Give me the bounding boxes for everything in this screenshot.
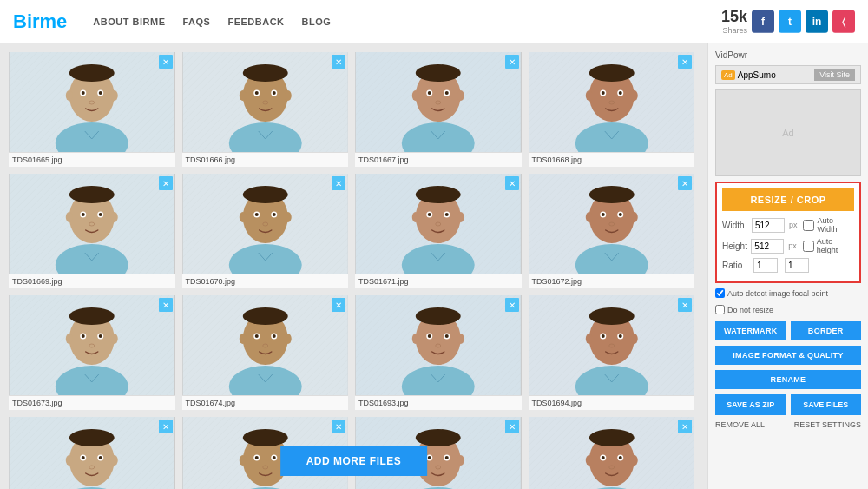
rename-button[interactable]: RENAME [715,370,861,389]
logo[interactable]: Birme [13,10,67,33]
remove-image-button[interactable]: ✕ [505,55,519,69]
svg-point-59 [608,101,614,104]
svg-point-6 [69,64,115,82]
ad-badge: Ad [721,70,735,80]
remove-image-button[interactable]: ✕ [678,298,692,312]
add-files-button[interactable]: ADD MORE FILES [280,446,428,476]
image-card[interactable]: ✕ [529,52,695,167]
no-resize-checkbox[interactable] [715,305,725,314]
image-area[interactable]: ✕ [0,43,707,489]
svg-point-26 [272,91,275,95]
height-input[interactable] [751,239,784,254]
svg-point-122 [618,213,621,216]
remove-image-button[interactable]: ✕ [332,176,345,190]
image-card[interactable]: ✕ [182,52,349,167]
svg-point-172 [412,334,419,344]
general-share-button[interactable]: 〈 [832,10,855,32]
svg-point-202 [99,456,102,459]
svg-point-170 [445,334,449,338]
svg-point-27 [262,101,267,104]
save-files-button[interactable]: SAVE FILES [791,394,862,415]
face-illustration [9,295,175,395]
resize-crop-button[interactable]: RESIZE / CROP [722,188,854,211]
svg-point-73 [82,213,85,216]
svg-point-204 [66,455,73,466]
face-illustration [182,52,349,152]
remove-image-button[interactable]: ✕ [678,55,692,69]
svg-point-157 [284,334,291,344]
reset-settings-link[interactable]: RESET SETTINGS [794,420,861,429]
linkedin-share-button[interactable]: in [806,10,828,32]
auto-focal-label: Auto detect image focal point [727,289,828,298]
save-zip-button[interactable]: SAVE AS ZIP [715,394,786,415]
remove-image-button[interactable]: ✕ [678,420,692,433]
image-card[interactable]: ✕ [529,417,695,489]
nav-faqs[interactable]: FAQS [182,17,210,27]
visit-site-button[interactable]: Visit Site [814,69,855,81]
remove-image-button[interactable]: ✕ [159,420,173,433]
image-card[interactable]: ✕ [9,174,175,288]
remove-image-button[interactable]: ✕ [159,176,173,190]
svg-point-105 [428,213,431,216]
logo-text: Bir [13,10,40,32]
image-card[interactable]: ✕ [355,52,522,167]
svg-point-220 [239,455,246,466]
remove-image-button[interactable]: ✕ [159,298,173,312]
remove-image-button[interactable]: ✕ [505,176,519,190]
svg-point-124 [585,212,592,222]
face-illustration [529,295,695,395]
svg-point-70 [69,186,115,203]
svg-point-253 [630,455,637,466]
twitter-share-button[interactable]: t [779,10,801,32]
remove-image-button[interactable]: ✕ [505,420,519,433]
image-card[interactable]: ✕ [355,174,522,288]
facebook-share-button[interactable]: f [752,10,774,32]
image-filename: TDS01673.jpg [9,395,175,410]
svg-point-90 [272,213,275,216]
remove-image-button[interactable]: ✕ [332,55,345,69]
watermark-border-row: WATERMARK BORDER [715,321,861,340]
ratio-width-input[interactable] [753,258,778,273]
svg-point-43 [436,101,441,104]
svg-point-9 [82,91,85,95]
image-card[interactable]: ✕ [9,295,175,410]
image-card[interactable]: ✕ [355,295,522,410]
remove-all-link[interactable]: REMOVE ALL [715,420,765,429]
image-card[interactable]: ✕ [182,295,349,410]
remove-image-button[interactable]: ✕ [678,176,692,190]
nav-about[interactable]: ABOUT BIRME [93,17,165,27]
svg-point-235 [436,466,441,469]
image-card[interactable]: ✕ [9,417,175,489]
svg-point-44 [412,90,419,101]
svg-point-61 [630,90,637,101]
nav-feedback[interactable]: FEEDBACK [227,17,284,27]
image-card[interactable]: ✕ [529,295,695,410]
image-format-button[interactable]: IMAGE FORMAT & QUALITY [715,346,861,365]
share-number: 15k [721,7,747,26]
watermark-button[interactable]: WATERMARK [715,321,786,340]
auto-focal-checkbox[interactable] [715,288,725,298]
logo-accent: me [40,10,68,32]
image-card[interactable]: ✕ [9,52,175,167]
auto-width-checkbox[interactable] [803,220,814,231]
no-resize-label: Do not resize [727,306,773,314]
auto-height-checkbox[interactable] [803,241,814,252]
remove-image-button[interactable]: ✕ [332,420,345,433]
width-input[interactable] [752,218,785,233]
border-button[interactable]: BORDER [791,321,862,340]
ad-name: AppSumo [738,70,776,80]
svg-point-185 [601,334,604,338]
svg-point-230 [416,429,461,446]
image-thumbnail [9,174,175,274]
image-filename: TDS01671.jpg [355,274,522,288]
add-files-area: ADD MORE FILES [280,446,428,476]
image-filename: TDS01667.jpg [355,152,522,167]
remove-image-button[interactable]: ✕ [332,298,345,312]
face-illustration [529,174,695,274]
nav-blog[interactable]: BLOG [302,17,332,27]
remove-image-button[interactable]: ✕ [505,298,519,312]
image-card[interactable]: ✕ [182,174,349,288]
image-card[interactable]: ✕ [529,174,695,288]
remove-image-button[interactable]: ✕ [159,55,173,69]
ratio-height-input[interactable] [785,258,809,273]
